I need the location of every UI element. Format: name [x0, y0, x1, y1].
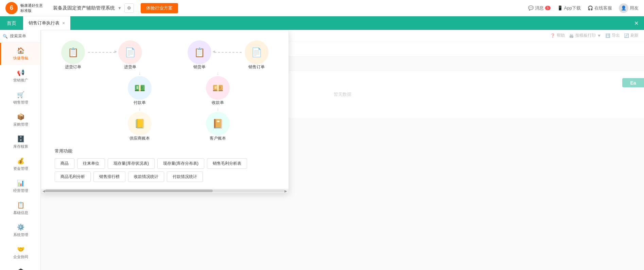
tab-home[interactable]: 首页 [0, 16, 23, 30]
marketing-icon: 📢 [17, 69, 24, 76]
sidebar-item-quick-nav[interactable]: 🏠 快捷导航 [0, 43, 40, 65]
online-service-button[interactable]: 🎧 在线客服 [588, 5, 612, 11]
sidebar-item-system[interactable]: ⚙️ 系统管理 [0, 219, 40, 241]
sidebar-item-enterprise[interactable]: 🤝 企业协同 [0, 241, 40, 264]
func-btn-sales-profit[interactable]: 销售毛利分析表 [207, 158, 247, 169]
supplier-ledger-label: 供应商账本 [129, 136, 150, 141]
dropdown-arrow-icon[interactable]: ▼ [118, 6, 122, 11]
scroll-track [45, 190, 284, 192]
sales-bill-node[interactable]: 📋 销货单 [185, 40, 214, 70]
sidebar-item-inventory[interactable]: 🗄️ 库存核算 [0, 131, 40, 153]
settings-icon[interactable]: ⚙ [124, 3, 134, 13]
receipt-bill-label: 收款单 [212, 100, 224, 106]
supplier-down-arrow: ↓ [123, 106, 157, 112]
guide-icon: 🎓 [17, 268, 24, 270]
row4-sp2 [92, 106, 123, 112]
scroll-thumb [45, 190, 213, 192]
message-icon: 💬 [528, 5, 534, 11]
tab-close-icon[interactable]: × [62, 16, 65, 30]
system-title: 装备及固定资产辅助管理系统 ▼ ⚙ 体验行业方案 [46, 3, 528, 13]
row4-sp1 [58, 106, 92, 112]
receipt-bill-icon: 💴 [206, 76, 230, 100]
supplier-ledger-node[interactable]: 📒 供应商账本 [123, 112, 157, 141]
modal-scrollbar[interactable]: ◀ ▶ [41, 189, 289, 193]
sidebar-item-guide[interactable]: 🎓 新手引导 [0, 264, 40, 270]
sidebar-item-basic[interactable]: 📋 基础信息 [0, 197, 40, 219]
receipt-down-arrow: ↓ [201, 70, 235, 76]
inventory-icon: 🗄️ [17, 135, 24, 143]
purchase-bill-label: 进货单 [124, 64, 136, 70]
search-icon: 🔍 [3, 34, 8, 39]
customer-down-arrow: ↓ [201, 106, 235, 112]
sales-bill-icon: 📋 [188, 40, 211, 64]
modal-overlay: 📋 进货订单 ▶ 📄 进货单 [41, 30, 644, 270]
arrow-purchase-order-to-bill: ▶ [88, 52, 115, 53]
purchase-bill-node[interactable]: 📄 进货单 [115, 40, 145, 70]
func-btn-product[interactable]: 商品 [55, 158, 74, 169]
home-icon: 🏠 [17, 47, 24, 54]
func-btn-product-profit[interactable]: 商品毛利分析 [55, 172, 91, 182]
purchase-order-label: 进货订单 [65, 64, 81, 70]
logo-area: 6 畅康通好生意 标准版 [5, 2, 46, 14]
sales-order-icon: 📄 [245, 40, 268, 64]
customer-ledger-icon: 📔 [206, 112, 230, 136]
search-menu-button[interactable]: 🔍 搜索菜单 [0, 30, 40, 43]
payment-bill-label: 付款单 [134, 100, 146, 106]
payment-bill-icon: 💵 [128, 76, 152, 100]
sales-bill-label: 销货单 [193, 64, 206, 70]
sidebar: 🔍 搜索菜单 🏠 快捷导航 📢 营销推广 🛒 销售管理 📦 采购管理 🗄️ 库存… [0, 30, 41, 270]
scroll-left-icon[interactable]: ◀ [42, 189, 45, 193]
sales-order-node[interactable]: 📄 销售订单 [242, 40, 272, 70]
sidebar-item-operations[interactable]: 📊 经营管理 [0, 175, 40, 197]
system-icon: ⚙️ [17, 223, 24, 231]
func-btn-partner[interactable]: 往来单位 [77, 158, 105, 169]
payment-down-arrow: ↓ [123, 70, 157, 76]
func-btn-inventory-status[interactable]: 现存量(库存状况表) [108, 158, 155, 169]
download-icon: 📱 [557, 5, 563, 11]
main-layout: 🔍 搜索菜单 🏠 快捷导航 📢 营销推广 🛒 销售管理 📦 采购管理 🗄️ 库存… [0, 30, 644, 270]
func-btn-sales-rank[interactable]: 销售排行榜 [93, 172, 125, 182]
user-menu[interactable]: 👤 用友 [619, 3, 639, 13]
sales-order-label: 销售订单 [248, 64, 265, 70]
purchase-order-node[interactable]: 📋 进货订单 [58, 40, 88, 70]
purchase-bill-icon: 📄 [118, 40, 142, 64]
logo-text: 畅康通好生意 标准版 [20, 3, 43, 13]
logo-icon: 6 [5, 2, 18, 14]
app-download-button[interactable]: 📱 App下载 [557, 5, 581, 11]
functions-section: 常用功能 商品 往来单位 现存量(库存状况表) 现存量(库存分布表) 销售毛利分… [41, 148, 289, 189]
sidebar-item-finance[interactable]: 💰 资金管理 [0, 153, 40, 175]
headset-icon: 🎧 [588, 5, 593, 11]
top-header: 6 畅康通好生意 标准版 装备及固定资产辅助管理系统 ▼ ⚙ 体验行业方案 💬 … [0, 0, 644, 16]
func-btn-payment-stats[interactable]: 付款情况统计 [167, 172, 203, 182]
operations-icon: 📊 [17, 179, 24, 187]
scroll-right-icon[interactable]: ▶ [284, 189, 287, 193]
receipt-bill-node[interactable]: 💴 收款单 [201, 76, 235, 106]
content-area: ❓ 帮助 🖨️ 按模板打印 ▼ ⬇️ 导出 🔄 刷新 [41, 30, 644, 270]
tab-bar: 首页 销售订单执行表 × ✕ [0, 16, 644, 30]
quick-nav-modal: 📋 进货订单 ▶ 📄 进货单 [41, 30, 289, 193]
system-name-label: 装备及固定资产辅助管理系统 [53, 5, 115, 11]
supplier-ledger-icon: 📒 [128, 112, 152, 136]
customer-ledger-node[interactable]: 📔 客户账本 [201, 112, 235, 141]
flow-section: 📋 进货订单 ▶ 📄 进货单 [41, 30, 289, 148]
tab-active[interactable]: 销售订单执行表 × [23, 16, 70, 30]
window-close-icon[interactable]: ✕ [634, 20, 639, 26]
row4-sp3 [157, 106, 201, 112]
customer-ledger-label: 客户账本 [210, 136, 226, 141]
sidebar-item-marketing[interactable]: 📢 营销推广 [0, 65, 40, 87]
purchase-order-icon: 📋 [61, 40, 85, 64]
func-btn-inventory-dist[interactable]: 现存量(库存分布表) [157, 158, 204, 169]
basic-info-icon: 📋 [17, 201, 24, 209]
functions-grid: 商品 往来单位 现存量(库存状况表) 现存量(库存分布表) 销售毛利分析表 商品… [55, 158, 275, 182]
sidebar-item-sales[interactable]: 🛒 销售管理 [0, 87, 40, 109]
func-btn-receipt-stats[interactable]: 收款情况统计 [128, 172, 164, 182]
functions-title: 常用功能 [55, 148, 275, 154]
arrow-sales-order-to-bill: ◀ [214, 52, 242, 53]
payment-bill-node[interactable]: 💵 付款单 [123, 76, 157, 106]
sidebar-item-purchase[interactable]: 📦 采购管理 [0, 109, 40, 131]
finance-icon: 💰 [17, 157, 24, 165]
message-button[interactable]: 💬 消息 5 [528, 5, 551, 11]
enterprise-icon: 🤝 [17, 246, 24, 253]
message-badge: 5 [545, 6, 551, 10]
trial-button[interactable]: 体验行业方案 [141, 3, 178, 13]
